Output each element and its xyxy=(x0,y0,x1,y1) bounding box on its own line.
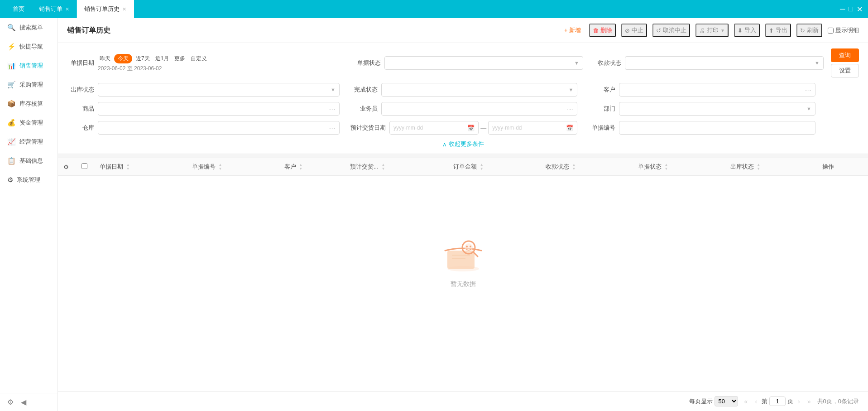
th-operation: 操作 xyxy=(817,158,868,176)
pagination-bar: 每页显示 50 100 200 « ‹ 第 页 › » 共0页，0条记录 xyxy=(58,391,868,411)
sidebar-search[interactable]: 🔍 搜索菜单 xyxy=(0,18,58,37)
stop-button[interactable]: ⊘ 中止 xyxy=(621,24,647,37)
bill-status-dropdown-icon: ▼ xyxy=(574,60,579,66)
refresh-button[interactable]: ↻ 刷新 xyxy=(796,24,822,37)
sidebar-item-sys-mgmt[interactable]: ⚙ 系统管理 xyxy=(0,170,58,189)
th-receipt-status[interactable]: 收款状态 ▲▼ xyxy=(540,158,633,176)
th-bill-date[interactable]: 单据日期 ▲▼ xyxy=(94,158,187,176)
export-button[interactable]: ⬆ 导出 xyxy=(765,24,791,37)
sidebar-collapse-icon[interactable]: ◀ xyxy=(21,398,26,406)
main-layout: 🔍 搜索菜单 ⚡ 快捷导航 📊 销售管理 🛒 采购管理 📦 库存核算 💰 资金管… xyxy=(0,18,868,411)
tab-sales-order-label: 销售订单 xyxy=(39,5,62,13)
planned-delivery-start-value: yyyy-mm-dd xyxy=(393,125,465,131)
import-button[interactable]: ⬇ 导入 xyxy=(734,24,760,37)
planned-delivery-label: 预计交货日期 xyxy=(350,124,386,132)
tab-sales-order-history-close[interactable]: ✕ xyxy=(122,6,126,12)
customer-more-icon: ··· xyxy=(805,87,811,93)
date-tab-yesterday[interactable]: 昨天 xyxy=(98,54,112,63)
complete-status-select[interactable]: ▼ xyxy=(381,83,578,97)
collapse-button[interactable]: ∧ 收起更多条件 xyxy=(67,140,859,148)
maximize-icon[interactable]: □ xyxy=(849,5,853,13)
stock-out-select[interactable]: ▼ xyxy=(98,83,340,97)
date-tab-today[interactable]: 今天 xyxy=(114,54,132,63)
sidebar-search-label: 搜索菜单 xyxy=(19,24,43,32)
minimize-icon[interactable]: ─ xyxy=(840,5,845,13)
filter-bill-date: 单据日期 昨天 今天 近7天 近1月 更多 自定义 2023-06-02 至 2… xyxy=(67,54,343,73)
sidebar-item-quick-nav[interactable]: ⚡ 快捷导航 xyxy=(0,37,58,56)
planned-delivery-end-input[interactable]: yyyy-mm-dd 📅 xyxy=(488,121,577,135)
filter-stock-out: 出库状态 ▼ xyxy=(67,83,340,97)
filter-row-1: 单据日期 昨天 今天 近7天 近1月 更多 自定义 2023-06-02 至 2… xyxy=(67,48,859,77)
warehouse-more-icon: ··· xyxy=(329,125,336,131)
last-page-button[interactable]: » xyxy=(805,397,814,406)
sidebar-settings-icon[interactable]: ⚙ xyxy=(7,398,14,406)
bill-date-label: 单据日期 xyxy=(67,59,94,67)
tab-home[interactable]: 首页 xyxy=(5,0,32,18)
query-button[interactable]: 查询 xyxy=(831,48,859,62)
receipt-status-dropdown-icon: ▼ xyxy=(815,60,820,66)
sidebar-item-operations[interactable]: 📈 经营管理 xyxy=(0,132,58,151)
planned-delivery-start-input[interactable]: yyyy-mm-dd 📅 xyxy=(389,121,479,135)
date-tab-more[interactable]: 更多 xyxy=(173,54,187,63)
sidebar-item-finance[interactable]: 💰 资金管理 xyxy=(0,113,58,132)
window-close-icon[interactable]: ✕ xyxy=(857,5,863,14)
delete-icon: 🗑 xyxy=(593,27,599,34)
th-checkbox[interactable] xyxy=(76,158,94,176)
date-tab-1month[interactable]: 近1月 xyxy=(153,54,171,63)
cancel-stop-button[interactable]: ↺ 取消中止 xyxy=(652,24,690,37)
bill-status-select[interactable]: ▼ xyxy=(384,56,583,70)
sidebar-item-purchase-mgmt-label: 采购管理 xyxy=(19,81,43,89)
salesperson-label: 业务员 xyxy=(350,105,378,113)
th-planned-delivery[interactable]: 预计交货... ▲▼ xyxy=(345,158,448,176)
receipt-status-select[interactable]: ▼ xyxy=(625,56,824,70)
sidebar-item-inventory[interactable]: 📦 库存核算 xyxy=(0,94,58,113)
display-detail-checkbox[interactable] xyxy=(828,28,834,34)
prev-page-button[interactable]: ‹ xyxy=(752,397,760,406)
th-order-amount[interactable]: 订单金额 ▲▼ xyxy=(448,158,540,176)
customer-input[interactable]: ··· xyxy=(619,83,815,97)
th-bill-number[interactable]: 单据编号 ▲▼ xyxy=(187,158,279,176)
sidebar-item-sales-mgmt[interactable]: 📊 销售管理 xyxy=(0,56,58,75)
refresh-icon: ↻ xyxy=(800,27,805,34)
th-stock-out-status[interactable]: 出库状态 ▲▼ xyxy=(725,158,817,176)
filter-bill-status: 单据状态 ▼ xyxy=(354,56,583,70)
filter-row-4: 仓库 ··· 预计交货日期 yyyy-mm-dd 📅 — xyxy=(67,121,859,135)
date-tab-custom[interactable]: 自定义 xyxy=(189,54,209,63)
settings-button[interactable]: 设置 xyxy=(831,64,859,77)
total-records-text: 共0页，0条记录 xyxy=(817,397,859,406)
stop-icon: ⊘ xyxy=(625,27,630,34)
page-number-input[interactable] xyxy=(769,396,786,406)
product-input[interactable]: ··· xyxy=(98,102,340,116)
first-page-button[interactable]: « xyxy=(742,397,751,406)
th-customer[interactable]: 客户 ▲▼ xyxy=(279,158,345,176)
select-all-checkbox[interactable] xyxy=(82,163,87,169)
th-settings[interactable]: ⚙ xyxy=(58,158,76,176)
delete-button[interactable]: 🗑 删除 xyxy=(589,24,616,37)
department-label: 部门 xyxy=(588,105,615,113)
salesperson-input[interactable]: ··· xyxy=(381,102,578,116)
empty-illustration xyxy=(436,230,490,276)
date-range-display: 2023-06-02 至 2023-06-02 xyxy=(98,65,343,73)
department-select[interactable]: ▼ xyxy=(619,102,815,116)
bill-number-input[interactable] xyxy=(619,121,815,135)
sales-mgmt-icon: 📊 xyxy=(7,62,16,70)
sidebar-item-purchase-mgmt[interactable]: 🛒 采购管理 xyxy=(0,75,58,94)
tab-sales-order-close[interactable]: ✕ xyxy=(65,6,69,12)
customer-sort-icon: ▲▼ xyxy=(299,163,302,171)
date-tab-7days[interactable]: 近7天 xyxy=(134,54,152,63)
sidebar-bottom: ⚙ ◀ xyxy=(0,393,58,411)
tab-sales-order[interactable]: 销售订单 ✕ xyxy=(32,0,77,18)
display-detail-checkbox-label[interactable]: 显示明细 xyxy=(828,26,859,34)
next-page-button[interactable]: › xyxy=(795,397,803,406)
print-button[interactable]: 🖨 打印 ▼ xyxy=(695,24,729,37)
new-button[interactable]: + 新增 xyxy=(561,24,584,36)
order-amount-sort-icon: ▲▼ xyxy=(480,163,484,171)
per-page-dropdown[interactable]: 50 100 200 xyxy=(715,396,738,406)
sidebar-item-basic-info[interactable]: 📋 基础信息 xyxy=(0,151,58,170)
th-bill-status[interactable]: 单据状态 ▲▼ xyxy=(633,158,725,176)
tab-sales-order-history[interactable]: 销售订单历史 ✕ xyxy=(77,0,134,18)
page-label: 第 xyxy=(762,397,767,406)
filter-area: 单据日期 昨天 今天 近7天 近1月 更多 自定义 2023-06-02 至 2… xyxy=(58,43,868,154)
warehouse-input[interactable]: ··· xyxy=(98,121,340,135)
page-title: 销售订单历史 xyxy=(67,26,110,41)
